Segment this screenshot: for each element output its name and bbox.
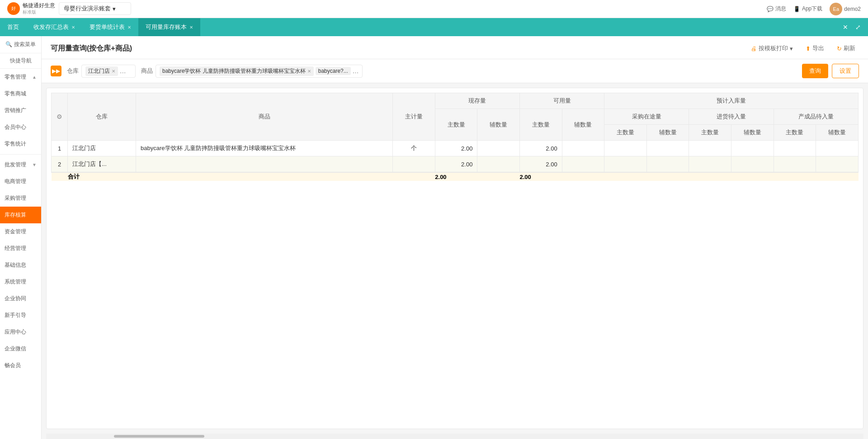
logo-icon: 好 [7,2,20,15]
sidebar-label-new-guide: 新手引导 [5,312,26,319]
settings-btn[interactable]: 设置 [832,64,859,78]
chevron-down-icon: ▼ [32,162,37,167]
tab-order-close[interactable]: ✕ [127,25,131,30]
row1-fp-main [774,141,816,156]
warehouse-tags[interactable]: 江北门店 ✕ ... [81,65,136,78]
message-label: 消息 [775,5,786,13]
company-select[interactable]: 母婴行业演示账套 ▾ [59,2,131,15]
sidebar-item-ecommerce[interactable]: 电商管理 [0,173,41,190]
sidebar-label-wholesale-mgmt: 批发管理 [5,161,26,169]
gear-header[interactable]: ⚙ [52,93,68,141]
product-tags[interactable]: babycare学饮杯 儿童防摔防撞吸管杯重力球吸嘴杯宝宝水杯 ✕ babyca… [156,65,363,78]
sidebar-label-enterprise-wechat: 企业微信 [5,345,26,353]
avail-aux-header: 辅数量 [562,109,604,141]
total-stock-main: 2.00 [435,172,477,181]
sidebar-item-wholesale-mgmt[interactable]: 批发管理 ▼ [0,156,41,173]
row2-avail-aux [562,156,604,173]
product-tag1: babycare学饮杯 儿童防摔防撞吸管杯重力球吸嘴杯宝宝水杯 ✕ [160,66,314,76]
product-tag1-close[interactable]: ✕ [307,69,311,74]
username: demo2 [844,6,861,12]
row2-avail-main: 2.00 [520,156,562,173]
filter-expand-btn[interactable]: ▶▶ [51,66,61,76]
sidebar-item-base-info[interactable]: 基础信息 [0,257,41,274]
warehouse-more[interactable]: ... [120,67,126,75]
avail-main-header: 主数量 [520,109,562,141]
sidebar-label-finance: 资金管理 [5,228,26,236]
export-btn[interactable]: ⬆ 导出 [802,42,828,54]
sidebar-item-zero-retail-mgmt[interactable]: 零售管理 ▲ [0,69,41,85]
sidebar-item-zero-retail-shop[interactable]: 零售商城 [0,85,41,102]
tab-inventory[interactable]: 可用量库存账本 ✕ [138,18,200,36]
quick-nav[interactable]: 快捷导航 [0,53,41,69]
sidebar-item-retail-stats[interactable]: 零售统计 [0,136,41,152]
refresh-label: 刷新 [844,44,855,52]
table-settings-icon[interactable]: ⚙ [57,113,62,120]
sidebar-item-sys-mgmt[interactable]: 系统管理 [0,274,41,290]
page-title: 可用量查询(按仓库+商品) [51,44,132,53]
sidebar-item-purchase[interactable]: 采购管理 [0,190,41,207]
row1-ip-aux [731,141,774,156]
purchase-transit-main: 主数量 [604,125,647,141]
app-download-action[interactable]: 📱 App下载 [793,5,822,13]
message-action[interactable]: 💬 消息 [767,5,786,13]
sidebar-item-enterprise[interactable]: 企业协同 [0,290,41,307]
total-ip-main [689,172,731,181]
warehouse-tag-close[interactable]: ✕ [112,69,115,74]
tab-order[interactable]: 要货单统计表 ✕ [82,18,138,36]
tab-inventory-close[interactable]: ✕ [189,25,193,30]
table-row: 2 江北门店【... 2.00 2.00 [52,156,859,173]
row2-warehouse: 江北门店【... [68,156,136,173]
finished-pending-header: 产成品待入量 [774,109,858,125]
warehouse-header: 仓库 [68,93,136,141]
warehouse-tag: 江北门店 ✕ [85,66,118,76]
total-blank1 [52,172,68,181]
sidebar-item-marketing[interactable]: 营销推广 [0,102,41,119]
tab-home[interactable]: 首页 [0,18,26,36]
sidebar-label-app-center: 应用中心 [5,328,26,336]
tab-income-close[interactable]: ✕ [71,25,75,30]
close-all-btn[interactable]: ✕ [840,22,851,33]
app-label: App下载 [802,5,822,13]
sidebar-item-finance[interactable]: 资金管理 [0,223,41,240]
planned-in-header: 预计入库量 [604,93,859,109]
tab-income[interactable]: 收发存汇总表 ✕ [26,18,82,36]
sidebar-item-app-center[interactable]: 应用中心 [0,324,41,340]
fullscreen-btn[interactable]: ⤢ [853,22,863,33]
tab-order-label: 要货单统计表 [90,23,125,31]
scroll-thumb[interactable] [114,435,204,438]
refresh-btn[interactable]: ↻ 刷新 [833,42,859,54]
row1-warehouse: 江北门店 [68,141,136,156]
total-avail-aux [562,172,604,181]
nav-tabs: 首页 收发存汇总表 ✕ 要货单统计表 ✕ 可用量库存账本 ✕ ✕ ⤢ [0,18,868,36]
print-btn[interactable]: 🖨 按模板打印 ▾ [747,42,797,54]
sidebar-item-new-guide[interactable]: 新手引导 [0,307,41,324]
scroll-bar[interactable] [46,434,863,439]
query-btn[interactable]: 查询 [802,64,828,78]
sidebar-item-member2[interactable]: 畅会员 [0,357,41,374]
total-blank3 [393,172,435,181]
logo-area: 好 畅捷通好生意 标准版 [7,2,55,15]
row1-stock-aux [477,141,520,156]
sidebar-label-zero-retail-mgmt: 零售管理 [5,73,26,81]
unit-header: 主计量 [393,93,435,141]
sidebar-item-enterprise-wechat[interactable]: 企业微信 [0,340,41,357]
page-header: 可用量查询(按仓库+商品) 🖨 按模板打印 ▾ ⬆ 导出 ↻ 刷新 [42,36,868,59]
sidebar-item-inventory-check[interactable]: 库存核算 [0,207,41,223]
sidebar-item-operations[interactable]: 经营管理 [0,240,41,257]
sidebar-search[interactable]: 🔍 搜索菜单 [0,36,41,53]
row2-fp-aux [816,156,859,173]
product-tag2: babycare?... [316,67,351,75]
sidebar-item-member[interactable]: 会员中心 [0,119,41,136]
warehouse-tag-text: 江北门店 [88,67,110,75]
total-pt-main [604,172,647,181]
row2-ip-aux [731,156,774,173]
logo-sub: 标准版 [23,9,55,15]
row1-avail-aux [562,141,604,156]
sidebar-label-sys-mgmt: 系统管理 [5,278,26,286]
sidebar-label-retail-stats: 零售统计 [5,140,26,148]
product-more[interactable]: ... [353,67,359,75]
main-layout: 🔍 搜索菜单 快捷导航 零售管理 ▲ 零售商城 营销推广 会员中心 零售统计 批… [0,36,868,439]
table-header-row1: ⚙ 仓库 商品 主计量 现存量 [52,93,859,109]
user-action[interactable]: Ea demo2 [830,3,861,15]
stock-aux-header: 辅数量 [477,109,520,141]
